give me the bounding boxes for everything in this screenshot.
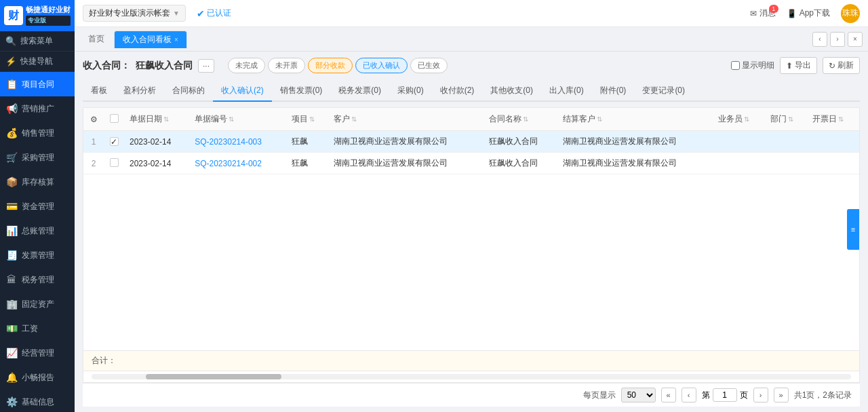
first-page-btn[interactable]: « — [661, 388, 676, 402]
sidebar-label-7: 发票管理 — [22, 250, 54, 261]
logo-icon: 财 — [4, 6, 23, 25]
sidebar-item-销售管理[interactable]: 💰销售管理 — [0, 121, 75, 145]
verified-badge: ✔ 已认证 — [197, 7, 231, 19]
th-date[interactable]: 单据日期⇅ — [124, 108, 189, 131]
subtab-3[interactable]: 收入确认(2) — [213, 81, 272, 102]
contract-name: 狂飙收入合同 — [136, 60, 193, 72]
pagination: 每页显示 50 100 200 « ‹ 第 页 › » 共1页，2条记录 — [83, 383, 860, 407]
th-invoice-date[interactable]: 开票日⇅ — [807, 108, 859, 131]
sidebar-label-1: 营销推广 — [22, 103, 54, 115]
sidebar-item-营销推广[interactable]: 📢营销推广 — [0, 96, 75, 121]
subtab-9[interactable]: 出入库(0) — [541, 81, 592, 102]
sidebar-label-13: 基础信息 — [22, 396, 54, 408]
prev-page-btn[interactable]: ‹ — [682, 388, 696, 402]
tabbar-active-tab[interactable]: 收入合同看板 × — [114, 31, 187, 48]
subtab-6[interactable]: 采购(0) — [389, 81, 432, 102]
sidebar-item-采购管理[interactable]: 🛒采购管理 — [0, 145, 75, 170]
checkbox-0[interactable]: ✓ — [110, 137, 119, 146]
sidebar-item-发票管理[interactable]: 🧾发票管理 — [0, 243, 75, 267]
row-num-0: 1 — [83, 131, 104, 153]
company-select[interactable]: 好业财专业版演示帐套 ▼ — [83, 5, 186, 22]
subtab-8[interactable]: 其他收支(0) — [482, 81, 541, 102]
th-settlement[interactable]: 结算客户⇅ — [557, 108, 713, 131]
more-options-btn[interactable]: ··· — [198, 59, 214, 73]
sidebar-item-基础信息[interactable]: ⚙️基础信息 — [0, 390, 75, 412]
th-contract[interactable]: 合同名称⇅ — [484, 108, 557, 131]
settings-gear-icon[interactable]: ⚙ — [90, 115, 98, 124]
subtab-10[interactable]: 附件(0) — [592, 81, 635, 102]
tabbar-home[interactable]: 首页 — [80, 31, 113, 48]
company-name: 好业财专业版演示帐套 — [89, 7, 170, 19]
row-customer-0: 湖南卫视商业运营发展有限公司 — [328, 131, 484, 153]
status-btn-1[interactable]: 未开票 — [268, 58, 305, 73]
notification-count: 1 — [769, 5, 778, 13]
th-checkbox[interactable] — [104, 108, 124, 131]
row-checkbox-1[interactable] — [104, 153, 124, 174]
select-all-checkbox[interactable] — [110, 114, 119, 123]
sidebar-item-项目合同[interactable]: 📋项目合同 — [0, 72, 75, 96]
docno-link-0[interactable]: SQ-20230214-003 — [195, 137, 262, 147]
message-btn[interactable]: ✉ 消息 1 — [750, 7, 776, 19]
sidebar-label-8: 税务管理 — [22, 274, 54, 286]
scroll-thumb[interactable] — [146, 374, 281, 379]
sidebar-item-小畅报告[interactable]: 🔔小畅报告 — [0, 365, 75, 390]
tab-close-btn[interactable]: × — [848, 32, 863, 47]
th-salesperson[interactable]: 业务员⇅ — [713, 108, 765, 131]
sidebar-quicknav[interactable]: ⚡ 快捷导航 — [0, 52, 75, 72]
show-detail-label: 显示明细 — [742, 60, 774, 71]
row-checkbox-0[interactable]: ✓ — [104, 131, 124, 153]
next-page-btn[interactable]: › — [753, 388, 768, 402]
tab-close-icon[interactable]: × — [174, 36, 178, 43]
side-panel-btn[interactable]: ≡ — [847, 209, 859, 250]
per-page-label: 每页显示 — [583, 390, 616, 401]
row-contract-1: 狂飙收入合同 — [484, 153, 557, 174]
show-detail-checkbox[interactable]: 显示明细 — [731, 60, 774, 71]
sidebar-item-税务管理[interactable]: 🏛税务管理 — [0, 267, 75, 292]
th-settings[interactable]: ⚙ — [83, 108, 104, 131]
sidebar-item-经营管理[interactable]: 📈经营管理 — [0, 341, 75, 365]
sidebar-item-固定资产[interactable]: 🏢固定资产 — [0, 292, 75, 316]
status-btn-3[interactable]: 已收入确认 — [355, 58, 408, 73]
subtab-7[interactable]: 收付款(2) — [432, 81, 483, 102]
tab-prev-btn[interactable]: ‹ — [812, 32, 827, 47]
tab-next-btn[interactable]: › — [830, 32, 845, 47]
subtab-11[interactable]: 变更记录(0) — [634, 81, 693, 102]
last-page-btn[interactable]: » — [774, 388, 789, 402]
search-icon: 🔍 — [5, 36, 16, 46]
sidebar-search[interactable]: 🔍 搜索菜单 — [0, 31, 75, 52]
sidebar-item-工资[interactable]: 💵工资 — [0, 316, 75, 341]
row-invoice-date-1 — [807, 153, 859, 174]
subtab-4[interactable]: 销售发票(0) — [272, 81, 331, 102]
table-body: 1 ✓ 2023-02-14 SQ-20230214-003 狂飙 湖南卫视商业… — [83, 131, 859, 174]
subtab-2[interactable]: 合同标的 — [164, 81, 213, 102]
user-avatar[interactable]: 珠珠 — [841, 4, 860, 23]
sidebar-label-6: 总账管理 — [22, 225, 54, 237]
show-detail-input[interactable] — [731, 61, 740, 70]
per-page-select[interactable]: 50 100 200 — [621, 388, 656, 402]
th-dept[interactable]: 部门⇅ — [765, 108, 807, 131]
horizontal-scrollbar[interactable] — [92, 374, 851, 379]
export-btn[interactable]: ⬆ 导出 — [780, 57, 817, 74]
th-project[interactable]: 项目⇅ — [286, 108, 328, 131]
content-area: 收入合同： 狂飙收入合同 ··· 未完成未开票部分收款已收入确认已生效 显示明细… — [75, 52, 868, 412]
refresh-btn[interactable]: ↻ 刷新 — [823, 57, 860, 74]
docno-link-1[interactable]: SQ-20230214-002 — [195, 159, 262, 168]
subtab-0[interactable]: 看板 — [83, 81, 115, 102]
subtab-1[interactable]: 盈利分析 — [115, 81, 164, 102]
sidebar-item-资金管理[interactable]: 💳资金管理 — [0, 194, 75, 219]
app-sub: 专业版 — [26, 16, 71, 26]
app-download-btn[interactable]: 📱 App下载 — [787, 7, 830, 19]
th-docno[interactable]: 单据编号⇅ — [189, 108, 286, 131]
th-customer[interactable]: 客户⇅ — [328, 108, 484, 131]
checkbox-1[interactable] — [110, 158, 119, 167]
sidebar-item-总账管理[interactable]: 📊总账管理 — [0, 219, 75, 243]
sidebar-item-库存核算[interactable]: 📦库存核算 — [0, 170, 75, 194]
sidebar-icon-10: 💵 — [5, 322, 18, 335]
status-btn-0[interactable]: 未完成 — [228, 58, 265, 73]
subtab-5[interactable]: 税务发票(0) — [330, 81, 389, 102]
page-input[interactable] — [713, 388, 737, 402]
pagination-current: 第 页 — [702, 388, 748, 402]
status-btn-4[interactable]: 已生效 — [410, 58, 448, 73]
sidebar: 财 畅捷通好业财 专业版 🔍 搜索菜单 ⚡ 快捷导航 📋项目合同📢营销推广💰销售… — [0, 0, 75, 412]
status-btn-2[interactable]: 部分收款 — [308, 58, 353, 73]
